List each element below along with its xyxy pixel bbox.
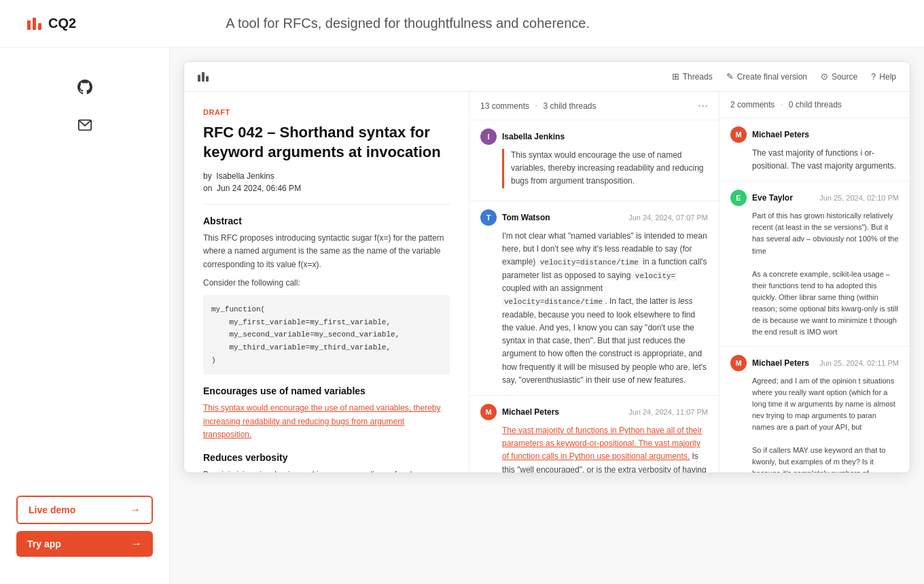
rfc-author-meta: by Isabella Jenkins (203, 171, 450, 181)
source-icon: ⊙ (821, 71, 828, 82)
by-label: by (203, 171, 212, 181)
app-screenshot: ⊞ Threads ✎ Create final version ⊙ Sourc… (183, 61, 910, 473)
try-app-arrow: → (131, 538, 142, 550)
try-app-button[interactable]: Try app → (16, 531, 153, 557)
sidebar-buttons: Live demo → Try app → (0, 482, 169, 570)
draft-badge: DRAFT (203, 108, 450, 116)
rfc-divider (203, 204, 450, 205)
github-icon[interactable] (73, 75, 97, 99)
live-demo-label: Live demo (29, 504, 75, 515)
code-inline-3: velocity=distance/time (502, 297, 605, 307)
right-comment-body-2: Part of this has grown historically rela… (730, 210, 899, 338)
right-comment-body-3: Agreed; and I am of the opinion t situat… (730, 375, 899, 473)
try-app-label: Try app (27, 538, 61, 549)
section2-title: Reduces verbosity (203, 452, 450, 463)
rfc-author: Isabella Jenkins (216, 171, 274, 181)
date-tom: Jun 24, 2024, 07:07 PM (628, 213, 708, 222)
code-block: my_function( my_first_variable=my_first_… (203, 295, 450, 375)
comment-thread-1: I Isabella Jenkins This syntax would enc… (469, 120, 719, 201)
app-body: DRAFT RFC 042 – Shorthand syntax for key… (184, 92, 910, 473)
live-demo-arrow: → (130, 504, 141, 516)
code-inline-2: velocity= (633, 271, 677, 281)
help-label: Help (879, 72, 896, 82)
help-button[interactable]: ? Help (871, 71, 896, 82)
date-michael-1: Jun 24, 2024, 11:07 PM (628, 408, 708, 416)
logo-bar-1 (27, 20, 31, 30)
logo-icon (27, 18, 41, 30)
comment-text-3: The vast majority of functions in Python… (502, 424, 708, 473)
comments-separator: · (535, 100, 537, 112)
main-layout: Live demo → Try app → ⊞ T (0, 48, 924, 584)
source-label: Source (832, 72, 857, 82)
app-logo-bar-1 (198, 75, 200, 82)
mail-icon[interactable] (73, 113, 97, 137)
right-panel-threads: 0 child threads (789, 100, 842, 109)
code-content: my_function( my_first_variable=my_first_… (211, 303, 442, 366)
section1-text: This syntax would encourage the use of n… (203, 402, 450, 441)
section2-text: By minimising visual noise and in some c… (203, 468, 450, 473)
comments-count: 13 comments (480, 101, 529, 111)
right-date-eve: Jun 25, 2024, 02:10 PM (819, 194, 899, 202)
rfc-title: RFC 042 – Shorthand syntax for keyword a… (203, 123, 450, 162)
comment-header-3: M Michael Peters Jun 24, 2024, 11:07 PM (480, 404, 708, 420)
content-area: ⊞ Threads ✎ Create final version ⊙ Sourc… (170, 48, 924, 584)
comment-thread-2: T Tom Watson Jun 24, 2024, 07:07 PM I'm … (469, 201, 719, 396)
right-avatar-michael-2: M (730, 355, 747, 371)
author-michael-1: Michael Peters (502, 407, 559, 417)
right-author-eve: Eve Taylor (752, 193, 793, 203)
right-comment-3: M Michael Peters Jun 25, 2024, 02:11 PM … (719, 347, 910, 473)
avatar-michael-1: M (480, 404, 497, 420)
rfc-date-meta: on Jun 24 2024, 06:46 PM (203, 184, 450, 193)
sidebar-icons (0, 61, 169, 482)
live-demo-button[interactable]: Live demo → (16, 496, 153, 524)
right-comment-1: M Michael Peters The vast majority of fu… (719, 118, 910, 182)
app-logo-icon (198, 72, 209, 82)
rfc-panel: DRAFT RFC 042 – Shorthand syntax for key… (184, 92, 469, 473)
comments-panel: 13 comments · 3 child threads ··· I Isab… (469, 92, 719, 473)
comments-header: 13 comments · 3 child threads ··· (469, 92, 719, 120)
comment-body-3: The vast majority of functions in Python… (480, 424, 708, 473)
comment-header-1: I Isabella Jenkins (480, 128, 708, 145)
right-date-michael-2: Jun 25, 2024, 02:11 PM (819, 359, 899, 367)
right-panel-separator: · (780, 99, 783, 111)
logo-text: CQ2 (48, 16, 76, 31)
section1-link-text: This syntax would encourage the use of n… (203, 403, 441, 439)
comment-highlight-1: This syntax would encourage the use of n… (502, 149, 708, 188)
comment-text-2: I'm not clear what "named variables" is … (502, 230, 708, 387)
author-isabella: Isabella Jenkins (502, 132, 565, 141)
code-inline-1: velocity=distance/time (538, 258, 641, 267)
section1-title: Encourages use of named variables (203, 385, 450, 396)
app-logo-bar-2 (202, 72, 205, 82)
right-panel-header: 2 comments · 0 child threads (719, 92, 910, 118)
right-comment-text-3: Agreed; and I am of the opinion t situat… (752, 375, 899, 473)
app-logo-bar-3 (206, 76, 209, 82)
consider-text: Consider the following call: (203, 277, 450, 290)
avatar-tom: T (480, 209, 497, 226)
right-author-michael: Michael Peters (752, 130, 809, 139)
logo-bar-3 (38, 23, 41, 30)
right-avatar-michael: M (730, 126, 747, 143)
app-header-right: ⊞ Threads ✎ Create final version ⊙ Sourc… (672, 71, 896, 82)
comments-more-button[interactable]: ··· (698, 99, 708, 113)
source-button[interactable]: ⊙ Source (821, 71, 857, 82)
right-comment-header-1: M Michael Peters (730, 126, 899, 143)
threads-label: Threads (683, 72, 713, 82)
help-icon: ? (871, 71, 876, 82)
tagline: A tool for RFCs, designed for thoughtful… (226, 16, 590, 31)
right-comment-2: E Eve Taylor Jun 25, 2024, 02:10 PM Part… (719, 182, 910, 347)
comment-body-2: I'm not clear what "named variables" is … (480, 230, 708, 387)
logo: CQ2 (27, 16, 76, 31)
threads-count: 3 child threads (543, 101, 596, 111)
threads-button[interactable]: ⊞ Threads (672, 71, 713, 82)
right-comment-header-2: E Eve Taylor Jun 25, 2024, 02:10 PM (730, 190, 899, 206)
right-comment-body-1: The vast majority of functions i or-posi… (730, 147, 899, 173)
avatar-isabella: I (480, 128, 497, 145)
page-header: CQ2 A tool for RFCs, designed for though… (0, 0, 924, 48)
create-final-version-button[interactable]: ✎ Create final version (726, 71, 807, 82)
right-panel: 2 comments · 0 child threads M Michael P… (719, 92, 910, 473)
right-comment-text-2: Part of this has grown historically rela… (752, 210, 899, 338)
sidebar: Live demo → Try app → (0, 48, 170, 584)
right-author-michael-2: Michael Peters (752, 358, 809, 368)
create-icon: ✎ (726, 71, 734, 82)
abstract-title: Abstract (203, 216, 450, 226)
